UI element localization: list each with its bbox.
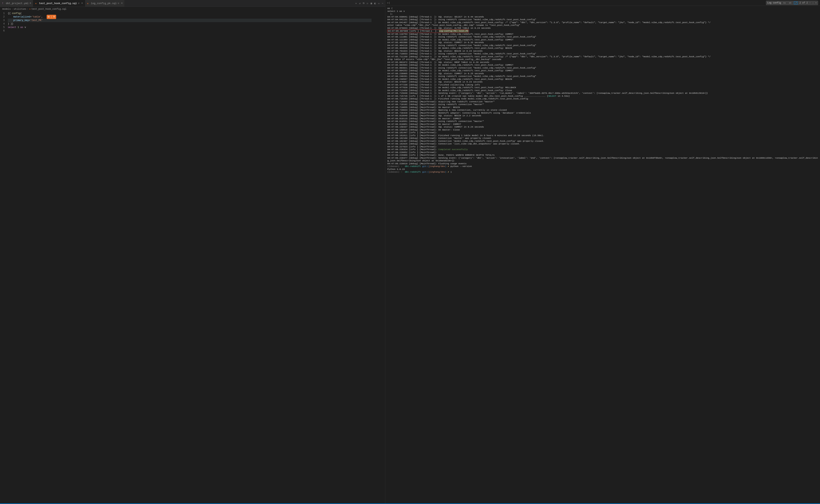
- pill-separator: |: [51, 15, 52, 19]
- suggestion-icon[interactable]: ⧉: [48, 15, 50, 19]
- split-icon[interactable]: ◧: [374, 2, 376, 5]
- terminal-line: 04:47:05.079033 [debug] [Thread-1 ]: SQL…: [387, 27, 818, 30]
- terminal-line: 04:47:05.464218 [debug] [Thread-1 ]: Usi…: [387, 44, 818, 47]
- terminal-line: 04:47:04.841457 [debug] [Thread-1 ]: On …: [387, 21, 818, 24]
- terminal-line: 04:47:06.720033 [debug] [MainThread]: Op…: [387, 109, 818, 112]
- terminal-line: 04:47:06.720420 [debug] [MainThread]: Re…: [387, 112, 818, 115]
- grid-icon[interactable]: ▦: [371, 2, 372, 5]
- close-icon[interactable]: ✕: [355, 2, 357, 5]
- terminal-line: 04:47:06.718606 [debug] [MainThread]: Ac…: [387, 100, 818, 103]
- code-area[interactable]: ⧉ | ⚲ {{ config( materialized='table', p…: [8, 11, 372, 504]
- line-number: 5: [0, 26, 5, 29]
- terminal-line: select 1 as v: [387, 10, 818, 13]
- tab-modification-badge: M: [30, 2, 31, 4]
- terminal-line: 04:47:08.919551 [debug] [MainThread]: Us…: [387, 120, 818, 123]
- terminal-line: 04:47:06.477620 [debug] [Thread-1 ]: On …: [387, 86, 818, 89]
- terminal-line: 04:47:09.159818 [debug] [MainThread]: On…: [387, 129, 818, 131]
- regex-toggle[interactable]: .*: [794, 1, 798, 4]
- terminal-line: 04:47:05.993921 [debug] [Thread-1 ]: Usi…: [387, 67, 818, 70]
- search-result-count: 2 of 2: [799, 2, 808, 4]
- terminal-line: 04:47:06.715726 [info ] [Thread-1 ]: 1 o…: [387, 95, 818, 98]
- code-editor[interactable]: 123456 ⧉ | ⚲ {{ config( materialized='ta…: [0, 11, 385, 504]
- terminal-line: 04:47:09.229810 [debug] [MainThread]: Fl…: [387, 162, 818, 165]
- terminal-line: 04:47:05.464630 [debug] [Thread-1 ]: On …: [387, 47, 818, 50]
- breadcrumb-part[interactable]: utilities: [14, 8, 26, 10]
- line-number: 2: [0, 15, 5, 19]
- editor-pane: !dbt_project.ymlM✕test_post_hook_config.…: [0, 0, 385, 504]
- code-line[interactable]: materialized='table',: [8, 15, 372, 19]
- inline-suggestion-pill[interactable]: ⧉ | ⚲: [47, 15, 56, 19]
- match-case-toggle[interactable]: Aa: [783, 1, 787, 4]
- file-type-icon: ✕: [35, 2, 38, 5]
- terminal-line: 04:47:09.229377 [debug] [MainThread]: Se…: [387, 157, 818, 162]
- status-success: Completed successfully: [438, 148, 468, 151]
- tab-modification-badge: U: [78, 2, 79, 4]
- terminal-line: 04:47:06.239905 [debug] [Thread-1 ]: SQL…: [387, 72, 818, 75]
- terminal-line: 04:47:05.110753 [debug] [Thread-1 ]: On …: [387, 33, 818, 36]
- breadcrumb-part[interactable]: models: [2, 8, 11, 10]
- breadcrumb-part[interactable]: test_post_hook_config.sql: [31, 8, 66, 10]
- code-line[interactable]: {{ config(: [8, 12, 372, 15]
- terminal-search-bar: Aa ab .* 2 of 2 ↑ ↓ ✕: [766, 1, 818, 5]
- terminal-line: 04:47:06.719655 [debug] [MainThread]: On…: [387, 106, 818, 109]
- layout-icon[interactable]: ▭: [378, 2, 380, 5]
- search-icon[interactable]: ⚲: [53, 15, 55, 19]
- shell-prompt[interactable]: (libexec) → dbt-redshift git:(jinghang/d…: [387, 171, 818, 174]
- search-input[interactable]: [767, 2, 781, 4]
- play-icon[interactable]: ▷: [367, 2, 368, 5]
- terminal-line: Python 3.9.15: [387, 168, 818, 171]
- terminal-line: 04:47:05.994252 [debug] [Thread-1 ]: On …: [387, 69, 818, 72]
- terminal-line: );: [387, 13, 818, 16]
- terminal-output[interactable]: as (select 1 as v );04:47:04.830641 [deb…: [385, 6, 820, 504]
- terminal-line: 04:47:06.240261 [debug] [Thread-1 ]: Usi…: [387, 75, 818, 78]
- line-number: 1: [0, 12, 5, 15]
- terminal-line: 04:47:05.710833 [debug] [Thread-1 ]: Usi…: [387, 52, 818, 55]
- search-match: Log config: [439, 30, 452, 32]
- editor-tab[interactable]: ✕log_config_pk.sqlU×: [85, 0, 125, 7]
- close-tab-icon[interactable]: ×: [81, 2, 83, 5]
- code-line[interactable]: ) }}: [8, 22, 372, 26]
- sql-file-icon: ✕: [29, 8, 30, 10]
- terminal-line: 04:47:06.240587 [debug] [Thread-1 ]: On …: [387, 78, 818, 81]
- terminal-line: 04:47:04.830641 [debug] [Thread-1 ]: SQL…: [387, 16, 818, 18]
- chevron-right-icon: ›: [11, 8, 13, 10]
- terminal-line: 04:47:06.477238 [debug] [Thread-1 ]: fin…: [387, 83, 818, 86]
- terminal-line: 04:47:05.993583 [debug] [Thread-1 ]: On …: [387, 64, 818, 67]
- history-icon[interactable]: ↺: [359, 2, 360, 5]
- terminal-line: 04:47:09.159337 [debug] [MainThread]: SQ…: [387, 126, 818, 129]
- tab-label: dbt_project.yml: [6, 2, 29, 5]
- minimap[interactable]: [372, 11, 385, 504]
- terminal-line: 04:47:09.162160 [debug] [MainThread]: Co…: [387, 137, 818, 140]
- whole-word-toggle[interactable]: ab: [788, 1, 792, 4]
- close-tab-icon[interactable]: ×: [121, 2, 123, 5]
- terminal-line: 04:47:05.463398 [debug] [Thread-1 ]: SQL…: [387, 41, 818, 44]
- compare-icon[interactable]: ⧉: [363, 2, 365, 5]
- terminal-line: 04:47:05.111383 [debug] [Thread-1 ]: On …: [387, 38, 818, 41]
- shell-prompt[interactable]: (libexec) → dbt-redshift git:(jinghang/d…: [387, 165, 818, 168]
- breadcrumb[interactable]: models › utilities › ✕ test_post_hook_co…: [0, 7, 385, 11]
- terminal-line: 04:47:05.991972 [debug] [Thread-1 ]: SQL…: [387, 61, 818, 64]
- terminal-line: 04:47:09.161811 [info ] [MainThread]: Fi…: [387, 134, 818, 137]
- chevron-right-icon: ›: [27, 8, 28, 10]
- more-icon[interactable]: ⋯: [382, 2, 383, 5]
- file-type-icon: !: [2, 2, 5, 5]
- tab-modification-badge: U: [118, 2, 119, 4]
- terminal-header: ▷| Aa ab .* 2 of 2 ↑ ↓ ✕: [385, 0, 820, 6]
- terminal-line: 04:47:09.162825 [debug] [MainThread]: Co…: [387, 143, 818, 145]
- code-line[interactable]: select 1 as v: [8, 26, 372, 29]
- tab-label: log_config_pk.sql: [91, 2, 117, 5]
- prev-match-icon[interactable]: ↑: [809, 2, 811, 4]
- code-line[interactable]: primary_key='test_PK': [8, 19, 372, 22]
- next-match-icon[interactable]: ↓: [812, 2, 814, 4]
- panel-toggle-icon[interactable]: ▷|: [387, 1, 390, 4]
- line-number: 4: [0, 22, 5, 26]
- line-number: 6: [0, 29, 5, 33]
- terminal-line: 04:47:06.476057 [debug] [Thread-1 ]: SQL…: [387, 81, 818, 83]
- terminal-line: 04:47:09.228652 [info ] [MainThread]:: [387, 151, 818, 154]
- terminal-line: 04:47:06.719182 [debug] [MainThread]: Us…: [387, 103, 818, 106]
- terminal-line: drop table if exists "vibe-cdp"."dbt_jhu…: [387, 58, 818, 61]
- editor-tab[interactable]: ✕test_post_hook_config.sqlU×: [33, 0, 85, 7]
- close-search-icon[interactable]: ✕: [815, 1, 817, 4]
- terminal-line: 04:47:08.918640 [debug] [MainThread]: SQ…: [387, 114, 818, 117]
- editor-tab[interactable]: !dbt_project.ymlM: [0, 0, 33, 7]
